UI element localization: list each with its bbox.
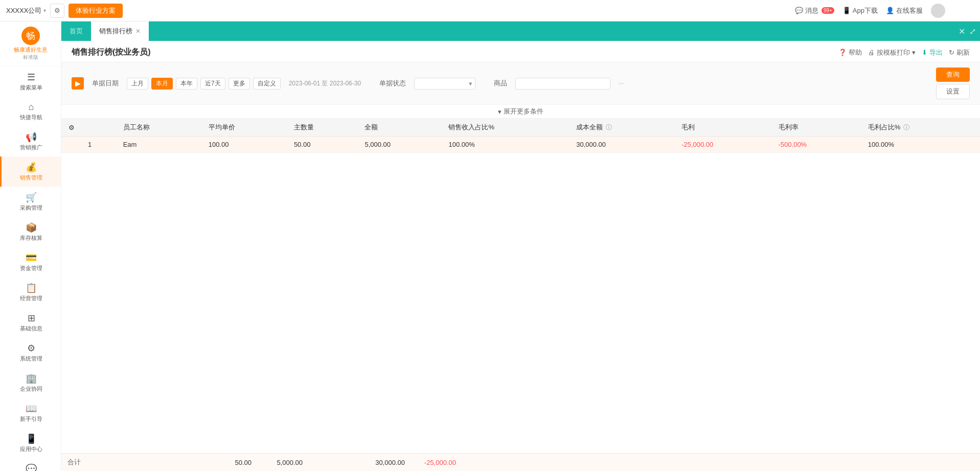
corp-icon: 🏢 (26, 373, 37, 384)
col-settings[interactable]: ⚙ (61, 119, 82, 137)
close-tab-btn[interactable]: ✕ (959, 27, 965, 36)
tab-sales-rank-label: 销售排行榜 (99, 27, 132, 36)
sidebar-item-marketing[interactable]: 📢 营销推广 (0, 126, 61, 156)
col-avg-price: 平均单价 (202, 119, 288, 137)
tab-home[interactable]: 首页 (61, 21, 91, 41)
7days-btn[interactable]: 近7天 (200, 78, 225, 89)
app-download-label: App下载 (853, 6, 878, 15)
filter-expand-arrow[interactable]: ▶ (72, 77, 84, 89)
sidebar-item-quick[interactable]: ⌂ 快捷导航 (0, 97, 61, 126)
top-bar: XXXXX公司 ▾ ⚙ 体验行业方案 💬 消息 99+ 📱 App下载 👤 在线… (0, 0, 980, 21)
query-btn[interactable]: 查询 (936, 68, 970, 82)
chevron-down-icon: ▾ (43, 8, 46, 13)
sidebar-logo: 畅 畅康通好生意 标准版 (0, 21, 61, 66)
page-actions: ❓ 帮助 🖨 按模板打印 ▾ ⬇ 导出 ↻ 刷新 (838, 48, 970, 57)
base-icon: ⊞ (28, 312, 35, 324)
cost-info-icon[interactable]: ⓘ (606, 124, 612, 131)
table-footer: 合计 50.00 5,000.00 30,000.00 -25,000.00 (61, 453, 980, 471)
fullscreen-btn[interactable]: ⤢ (969, 27, 976, 36)
cur-month-btn[interactable]: 本月 (151, 78, 173, 89)
row-gross-profit: -25,000.00 (675, 137, 772, 153)
sidebar-item-base[interactable]: ⊞ 基础信息 (0, 307, 61, 338)
logo-icon: 畅 (21, 27, 40, 45)
page-content: 销售排行榜(按业务员) ❓ 帮助 🖨 按模板打印 ▾ ⬇ 导出 (61, 41, 980, 471)
row-settings (61, 137, 82, 153)
goods-input[interactable] (515, 78, 610, 89)
refresh-btn[interactable]: ↻ 刷新 (949, 48, 970, 57)
page-header: 销售排行榜(按业务员) ❓ 帮助 🖨 按模板打印 ▾ ⬇ 导出 (61, 41, 980, 62)
company-selector[interactable]: XXXXX公司 ▾ (6, 6, 46, 15)
sidebar-item-finance[interactable]: 💳 资金管理 (0, 247, 61, 277)
tab-actions: ✕ ⤢ (959, 27, 980, 36)
sidebar-item-system[interactable]: ⚙ 系统管理 (0, 338, 61, 368)
expand-down-icon: ▾ (498, 108, 502, 116)
sidebar-item-guide[interactable]: 📖 新手引导 (0, 398, 61, 428)
col-rank (82, 119, 117, 137)
sidebar-item-search[interactable]: ☰ 搜索菜单 (0, 66, 61, 97)
more-dots[interactable]: ··· (619, 80, 624, 87)
marketing-icon: 📢 (26, 131, 37, 143)
sales-icon: 💰 (26, 162, 37, 173)
more-btn[interactable]: 更多 (229, 78, 250, 89)
gross-pct-info-icon[interactable]: ⓘ (903, 124, 909, 131)
row-gross-pct: 100.00% (862, 137, 980, 153)
sidebar-item-app-center[interactable]: 📱 应用中心 (0, 428, 61, 458)
custom-btn[interactable]: 自定义 (253, 78, 281, 89)
message-icon: 💬 (795, 7, 803, 14)
footer-gross-profit: -25,000.00 (415, 459, 456, 466)
online-service-btn[interactable]: 👤 在线客服 (886, 6, 923, 15)
status-label: 单据状态 (379, 79, 406, 88)
top-right-actions: 💬 消息 99+ 📱 App下载 👤 在线客服 (795, 4, 974, 18)
sidebar: 畅 畅康通好生意 标准版 ☰ 搜索菜单 ⌂ 快捷导航 📢 营销推广 💰 销售管理… (0, 21, 61, 471)
filter-area: ▶ 单据日期 上月 本月 本年 近7天 更多 自定义 2023-06-01 至 … (61, 62, 980, 105)
trial-btn[interactable]: 体验行业方案 (69, 4, 123, 18)
avatar-name (953, 4, 974, 18)
goods-label: 商品 (494, 79, 507, 88)
operation-icon: 📋 (26, 282, 37, 294)
template-print-btn[interactable]: 🖨 按模板打印 ▾ (868, 48, 916, 57)
settings-icon-btn[interactable]: ⚙ (50, 4, 64, 18)
date-range: 2023-06-01 至 2023-06-30 (289, 79, 361, 88)
sidebar-item-operation[interactable]: 📋 经营管理 (0, 277, 61, 307)
date-label: 单据日期 (92, 79, 119, 88)
guide-icon: 📖 (26, 403, 37, 414)
app-download-btn[interactable]: 📱 App下载 (842, 6, 878, 15)
inventory-icon: 📦 (26, 222, 37, 233)
arrow-right-icon: ▶ (75, 79, 81, 87)
expand-label: 展开更多条件 (504, 107, 543, 116)
status-select[interactable] (414, 78, 475, 89)
tab-home-label: 首页 (70, 27, 83, 36)
message-badge: 99+ (822, 7, 834, 14)
dropdown-arrow-icon: ▾ (912, 49, 916, 56)
purchase-icon: 🛒 (26, 192, 37, 203)
expand-more-btn[interactable]: ▾ 展开更多条件 (61, 105, 980, 119)
refresh-icon: ↻ (949, 49, 954, 56)
main-layout: 畅 畅康通好生意 标准版 ☰ 搜索菜单 ⌂ 快捷导航 📢 营销推广 💰 销售管理… (0, 21, 980, 471)
col-name: 员工名称 (117, 119, 202, 137)
message-label: 消息 (805, 6, 818, 15)
tab-bar: 首页 销售排行榜 ✕ ✕ ⤢ (61, 21, 980, 41)
sidebar-item-sales[interactable]: 💰 销售管理 (0, 156, 61, 187)
service-icon: 👤 (886, 7, 894, 14)
sidebar-item-corp[interactable]: 🏢 企业协同 (0, 368, 61, 398)
tab-close-icon[interactable]: ✕ (135, 28, 141, 35)
message-btn[interactable]: 💬 消息 99+ (795, 6, 834, 15)
cur-year-btn[interactable]: 本年 (176, 78, 197, 89)
prev-month-btn[interactable]: 上月 (127, 78, 148, 89)
col-gross-pct: 毛利占比% ⓘ (862, 119, 980, 137)
footer-cost-amount: 30,000.00 (364, 459, 405, 466)
sidebar-item-inventory[interactable]: 📦 库存核算 (0, 217, 61, 247)
export-btn[interactable]: ⬇ 导出 (922, 48, 943, 57)
help-icon: ❓ (838, 49, 847, 56)
sidebar-item-purchase[interactable]: 🛒 采购管理 (0, 187, 61, 217)
filter-settings-btn[interactable]: 设置 (936, 84, 970, 99)
col-amount: 全额 (358, 119, 442, 137)
home-icon: ⌂ (29, 102, 34, 113)
help-btn[interactable]: ❓ 帮助 (838, 48, 862, 57)
company-name: XXXXX公司 (6, 6, 41, 15)
export-icon: ⬇ (922, 49, 927, 56)
tab-sales-rank[interactable]: 销售排行榜 ✕ (91, 21, 149, 41)
sidebar-item-wechat[interactable]: 💬 企业微信 (0, 458, 61, 471)
avatar[interactable] (931, 4, 945, 18)
logo-name: 畅康通好生意 (14, 46, 48, 54)
